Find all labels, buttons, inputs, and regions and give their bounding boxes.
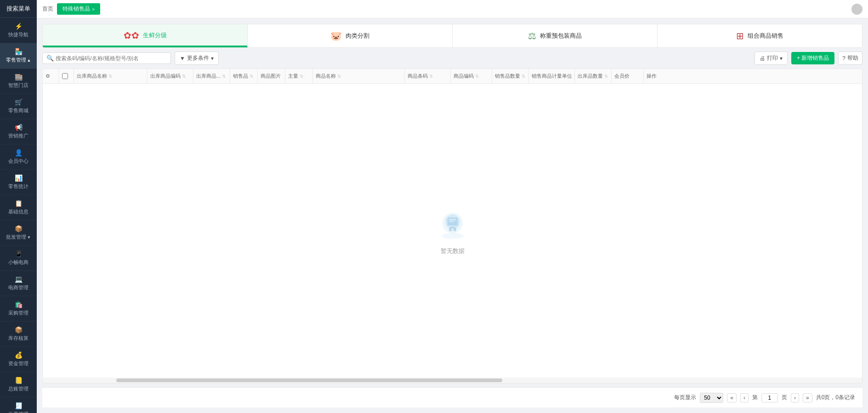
prev-page-button[interactable]: ‹ (740, 393, 749, 402)
retail-mall-icon: 🛒 (15, 98, 23, 106)
sidebar-item-quick-nav[interactable]: ⚡ 快捷导航 (0, 18, 37, 43)
ecommerce-icon: 💻 (15, 275, 23, 283)
sidebar-item-label: 智慧门店 (8, 82, 28, 89)
cat-tab-label-weigh: 称重预包装商品 (540, 32, 582, 40)
sidebar-item-finance[interactable]: 💰 资金管理 (0, 347, 37, 372)
sort-icon[interactable]: ⇅ (182, 74, 186, 79)
th-out-goods-name: 出库商品名称 ⇅ (74, 69, 148, 83)
weigh-icon: ⚖ (528, 30, 536, 41)
settings-icon: ⚙ (45, 73, 50, 79)
active-tab[interactable]: 特殊销售品 × (57, 3, 100, 15)
sidebar-item-marketing[interactable]: 📢 营销推广 (0, 119, 37, 144)
sort-icon[interactable]: ⇅ (222, 74, 226, 79)
sort-icon[interactable]: ⇅ (475, 74, 479, 79)
sidebar-item-ecommerce[interactable]: 💻 电商管理 (0, 271, 37, 296)
th-out-goods-code: 出库商品编码 ⇅ (148, 69, 193, 83)
sort-icon[interactable]: ⇅ (429, 74, 433, 79)
cat-tab-weigh[interactable]: ⚖ 称重预包装商品 (453, 24, 658, 47)
th-operation: 操作 (644, 69, 671, 83)
ledger-icon: 📒 (15, 377, 23, 384)
sidebar-item-general-ledger[interactable]: 📒 总账管理 (0, 372, 37, 397)
add-label: + 新增销售品 (797, 54, 829, 62)
th-checkbox[interactable] (59, 69, 74, 83)
page-unit: 页 (782, 394, 787, 402)
select-all-checkbox[interactable] (62, 73, 68, 79)
horizontal-scrollbar[interactable] (43, 378, 862, 383)
chevron-down-icon: ▲ (27, 58, 31, 63)
last-page-button[interactable]: » (803, 393, 812, 402)
cat-tab-combo[interactable]: ⊞ 组合商品销售 (658, 24, 862, 47)
cat-tab-label-fresh: 生鲜分级 (143, 31, 167, 40)
sidebar-item-xiaocheng[interactable]: 📱 小畅电商 (0, 246, 37, 271)
sidebar-item-label: 零售商城 (8, 107, 28, 114)
first-page-button[interactable]: « (727, 393, 737, 402)
sidebar-item-wholesale-mgmt[interactable]: 📦 批发管理 ▼ (0, 220, 37, 246)
topbar: 首页 特殊销售品 × (37, 0, 868, 18)
sidebar-item-basic-info[interactable]: 📋 基础信息 (0, 195, 37, 220)
xiaocheng-icon: 📱 (15, 250, 23, 258)
purchase-icon: 🛍️ (15, 301, 23, 308)
fresh-icon: ✿✿ (124, 30, 139, 41)
data-table: ⚙ 出库商品名称 ⇅ 出库商品编码 ⇅ 出库商品... ⇅ (42, 69, 862, 384)
empty-text: 暂无数据 (441, 247, 465, 255)
sidebar-item-retail-mgmt[interactable]: 🏪 零售管理 ▲ (0, 43, 37, 69)
filter-button[interactable]: ▼ 更多条件 ▾ (175, 52, 219, 65)
sort-icon[interactable]: ⇅ (250, 74, 253, 79)
help-button[interactable]: ? 帮助 (838, 52, 862, 65)
help-icon: ? (842, 55, 845, 62)
empty-illustration (434, 206, 471, 243)
print-chevron: ▾ (780, 55, 783, 62)
print-button[interactable]: 🖨 打印 ▾ (755, 52, 788, 65)
add-sale-item-button[interactable]: + 新增销售品 (791, 52, 834, 64)
th-goods-barcode: 商品条码 ⇅ (405, 69, 451, 83)
close-tab-icon[interactable]: × (92, 6, 95, 12)
sidebar-item-label: 发票管理 (8, 411, 28, 413)
sort-icon[interactable]: ⇅ (300, 74, 303, 79)
smart-store-icon: 🏬 (15, 73, 23, 80)
th-sale-qty: 销售品数量 ⇅ (492, 69, 529, 83)
sidebar: 搜索菜单 ⚡ 快捷导航 🏪 零售管理 ▲ 🏬 智慧门店 🛒 零售商城 📢 营销推… (0, 0, 37, 413)
sidebar-item-member-center[interactable]: 👤 会员中心 (0, 144, 37, 170)
member-icon: 👤 (15, 149, 23, 156)
th-settings[interactable]: ⚙ (43, 69, 59, 83)
cat-tab-meat[interactable]: 🐷 肉类分割 (248, 24, 453, 47)
sidebar-item-inventory[interactable]: 📦 库存核算 (0, 321, 37, 347)
page-number-input[interactable] (761, 393, 778, 402)
filter-chevron: ▾ (211, 55, 214, 62)
total-label: 共0页，0条记录 (816, 394, 855, 402)
tab-label: 特殊销售品 (62, 5, 90, 13)
sidebar-item-label: 基础信息 (8, 208, 28, 215)
marketing-icon: 📢 (15, 124, 23, 131)
sidebar-item-label: 库存核算 (8, 335, 28, 342)
page-size-label: 每页显示 (674, 394, 696, 402)
sidebar-item-label: 总账管理 (8, 385, 28, 392)
search-box: 🔍 (42, 52, 171, 64)
print-label: 打印 (767, 54, 778, 62)
sidebar-item-retail-stats[interactable]: 📊 零售统计 (0, 170, 37, 195)
sort-icon[interactable]: ⇅ (522, 74, 525, 79)
page-size-select[interactable]: 50 10 20 100 (700, 393, 723, 403)
sort-icon[interactable]: ⇅ (108, 74, 112, 79)
retail-mgmt-icon: 🏪 (15, 48, 23, 55)
user-avatar[interactable] (851, 4, 862, 15)
next-page-button[interactable]: › (791, 393, 799, 402)
sidebar-item-purchase[interactable]: 🛍️ 采购管理 (0, 296, 37, 321)
th-goods-code: 商品编码 ⇅ (451, 69, 492, 83)
sidebar-item-retail-mall[interactable]: 🛒 零售商城 (0, 94, 37, 119)
sort-icon[interactable]: ⇅ (604, 74, 608, 79)
sidebar-search[interactable]: 搜索菜单 (0, 0, 37, 18)
sort-icon[interactable]: ⇅ (337, 74, 341, 79)
stats-icon: 📊 (15, 174, 23, 182)
help-label: 帮助 (847, 54, 858, 62)
sidebar-item-invoice[interactable]: 🧾 发票管理 (0, 397, 37, 413)
home-breadcrumb[interactable]: 首页 (42, 5, 53, 13)
svg-point-0 (442, 233, 464, 239)
sidebar-item-label: 采购管理 (8, 310, 28, 316)
main-content: 首页 特殊销售品 × ✿✿ 生鲜分级 🐷 肉类分割 ⚖ 称重预包装商品 (37, 0, 868, 413)
toolbar: 🔍 ▼ 更多条件 ▾ 🖨 打印 ▾ + 新增销售品 ? 帮助 (42, 52, 862, 65)
search-input[interactable] (56, 55, 167, 62)
sidebar-item-smart-store[interactable]: 🏬 智慧门店 (0, 69, 37, 94)
scroll-thumb[interactable] (116, 379, 502, 382)
svg-point-6 (451, 228, 454, 230)
cat-tab-fresh[interactable]: ✿✿ 生鲜分级 (43, 24, 248, 47)
